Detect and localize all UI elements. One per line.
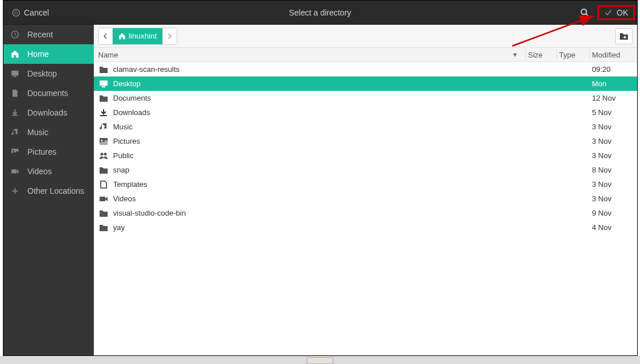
sidebar-label: Documents [28, 89, 68, 98]
plus-icon [10, 186, 20, 196]
column-type[interactable]: Type [559, 51, 587, 59]
columns-header: Name ▼ Size Type Modified [94, 48, 637, 62]
file-name: Public [113, 151, 539, 160]
check-icon [604, 8, 613, 17]
window-resize-handle[interactable] [307, 357, 333, 364]
path-back-button[interactable] [99, 28, 113, 44]
videos-icon [10, 167, 20, 176]
file-row[interactable]: Public3 Nov [94, 148, 637, 163]
file-row[interactable]: DesktopMon [94, 76, 637, 91]
svg-point-2 [581, 9, 586, 14]
column-modified[interactable]: Modified [592, 51, 633, 59]
search-icon [580, 8, 589, 17]
pictures-icon [10, 147, 20, 156]
svg-rect-9 [11, 170, 16, 174]
download-icon [98, 108, 109, 118]
cancel-label: Cancel [24, 8, 49, 17]
svg-rect-12 [100, 81, 108, 86]
sidebar-label: Desktop [28, 69, 57, 78]
downloads-icon [10, 108, 20, 117]
folder-plus-icon [619, 32, 628, 40]
file-row[interactable]: Templates3 Nov [94, 177, 637, 191]
pathbar: linuxhint [94, 25, 637, 48]
sidebar-item-other-locations[interactable]: Other Locations [3, 181, 94, 201]
file-row[interactable]: visual-studio-code-bin9 Nov [94, 206, 637, 220]
file-name: snap [113, 166, 539, 174]
file-modified: 5 Nov [592, 108, 633, 117]
column-name[interactable]: Name ▼ [98, 51, 523, 59]
column-size[interactable]: Size [528, 51, 554, 59]
sidebar-label: Pictures [28, 147, 57, 156]
cancel-button[interactable]: Cancel [6, 5, 55, 21]
file-name: Pictures [113, 137, 539, 145]
file-row[interactable]: snap8 Nov [94, 163, 637, 177]
file-modified: 3 Nov [592, 122, 633, 131]
svg-rect-11 [623, 37, 626, 38]
path-segment-home[interactable]: linuxhint [113, 28, 163, 44]
file-name: clamav-scan-results [113, 65, 539, 74]
chevron-right-icon [167, 33, 172, 39]
desktop-icon [98, 79, 109, 89]
template-icon [98, 179, 109, 190]
sidebar-item-downloads[interactable]: Downloads [3, 103, 94, 122]
folder-icon [98, 64, 109, 75]
music-icon [10, 128, 20, 137]
file-modified: 3 Nov [592, 194, 633, 203]
file-row[interactable]: Music3 Nov [94, 120, 637, 134]
file-row[interactable]: Documents12 Nov [94, 91, 637, 105]
documents-icon [10, 89, 20, 98]
sidebar-label: Other Locations [28, 186, 85, 196]
ok-button[interactable]: OK [597, 5, 634, 20]
file-row[interactable]: Videos3 Nov [94, 191, 637, 206]
svg-line-3 [586, 14, 588, 16]
svg-point-8 [13, 150, 14, 152]
file-row[interactable]: clamav-scan-results09:20 [94, 62, 637, 76]
desktop-icon [10, 69, 20, 78]
file-name: Videos [113, 194, 539, 203]
chevron-left-icon [103, 33, 108, 39]
folder-icon [98, 93, 109, 104]
folder-icon [98, 165, 109, 175]
folder-icon [98, 223, 109, 233]
file-name: Music [113, 122, 539, 131]
video-icon [98, 194, 109, 204]
path-forward-button[interactable] [163, 28, 177, 44]
sidebar-item-desktop[interactable]: Desktop [3, 64, 94, 83]
file-modified: 9 Nov [592, 209, 633, 217]
sidebar-item-recent[interactable]: Recent [3, 25, 94, 44]
file-chooser-dialog: Cancel Select a directory OK Recent [3, 0, 638, 356]
picture-icon [98, 136, 109, 147]
sidebar-item-videos[interactable]: Videos [3, 162, 94, 181]
file-name: Desktop [113, 79, 539, 88]
svg-point-16 [100, 152, 103, 155]
sidebar-item-documents[interactable]: Documents [3, 83, 94, 103]
cancel-icon [12, 8, 21, 17]
ok-label: OK [616, 8, 628, 17]
file-modified: 8 Nov [592, 166, 633, 174]
search-button[interactable] [574, 5, 595, 21]
file-list[interactable]: clamav-scan-results09:20DesktopMonDocume… [94, 62, 637, 355]
sidebar-item-home[interactable]: Home [3, 44, 94, 64]
new-folder-button[interactable] [615, 28, 633, 44]
file-row[interactable]: Pictures3 Nov [94, 134, 637, 148]
clock-icon [10, 30, 20, 39]
sidebar-label: Videos [28, 167, 52, 176]
file-modified: 09:20 [592, 65, 633, 74]
file-modified: 3 Nov [592, 137, 633, 145]
path-label: linuxhint [129, 32, 157, 40]
file-row[interactable]: Downloads5 Nov [94, 105, 637, 120]
file-modified: 3 Nov [592, 180, 633, 189]
main-pane: linuxhint Name ▼ Size [94, 25, 637, 355]
svg-rect-5 [11, 71, 18, 76]
svg-rect-18 [100, 197, 105, 201]
svg-rect-6 [13, 76, 16, 77]
svg-point-17 [104, 152, 106, 155]
sidebar-item-music[interactable]: Music [3, 122, 94, 142]
svg-rect-13 [102, 86, 105, 87]
sidebar-item-pictures[interactable]: Pictures [3, 142, 94, 162]
file-row[interactable]: yay4 Nov [94, 220, 637, 235]
file-name: visual-studio-code-bin [113, 209, 539, 217]
svg-point-0 [13, 9, 20, 16]
file-modified: 3 Nov [592, 151, 633, 160]
file-modified: 4 Nov [592, 223, 633, 232]
